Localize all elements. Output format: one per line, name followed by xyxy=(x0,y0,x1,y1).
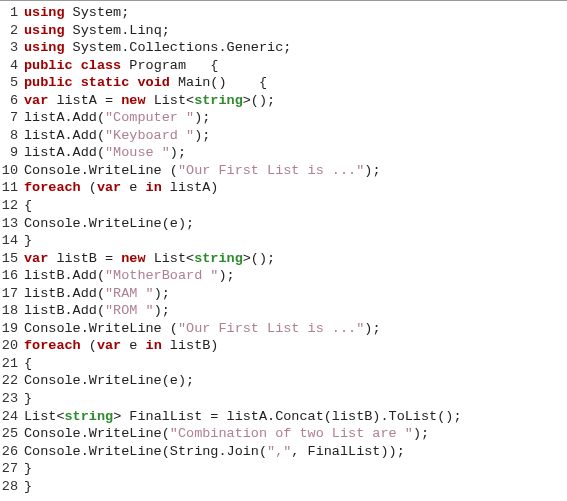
code-line: 22Console.WriteLine(e); xyxy=(0,372,567,390)
line-number: 28 xyxy=(0,478,24,496)
code-content: using System.Collections.Generic; xyxy=(24,39,567,57)
line-number: 6 xyxy=(0,92,24,110)
line-number: 22 xyxy=(0,372,24,390)
code-content: Console.WriteLine("Combination of two Li… xyxy=(24,425,567,443)
code-line: 7listA.Add("Computer "); xyxy=(0,109,567,127)
code-line: 21{ xyxy=(0,355,567,373)
line-number: 23 xyxy=(0,390,24,408)
line-number: 2 xyxy=(0,22,24,40)
code-line: 12{ xyxy=(0,197,567,215)
code-line: 4public class Program { xyxy=(0,57,567,75)
line-number: 14 xyxy=(0,232,24,250)
code-line: 13Console.WriteLine(e); xyxy=(0,215,567,233)
code-editor: 1using System;2using System.Linq;3using … xyxy=(0,4,567,495)
code-content: var listA = new List<string>(); xyxy=(24,92,567,110)
code-content: Console.WriteLine ("Our First List is ..… xyxy=(24,320,567,338)
code-content: listB.Add("MotherBoard "); xyxy=(24,267,567,285)
code-content: foreach (var e in listA) xyxy=(24,179,567,197)
line-number: 4 xyxy=(0,57,24,75)
code-content: listA.Add("Keyboard "); xyxy=(24,127,567,145)
line-number: 18 xyxy=(0,302,24,320)
code-line: 11foreach (var e in listA) xyxy=(0,179,567,197)
code-content: { xyxy=(24,355,567,373)
code-line: 23} xyxy=(0,390,567,408)
line-number: 11 xyxy=(0,179,24,197)
code-content: listA.Add("Computer "); xyxy=(24,109,567,127)
code-line: 2using System.Linq; xyxy=(0,22,567,40)
line-number: 19 xyxy=(0,320,24,338)
code-line: 10Console.WriteLine ("Our First List is … xyxy=(0,162,567,180)
code-content: foreach (var e in listB) xyxy=(24,337,567,355)
code-line: 26Console.WriteLine(String.Join(",", Fin… xyxy=(0,443,567,461)
code-line: 6var listA = new List<string>(); xyxy=(0,92,567,110)
code-content: Console.WriteLine(String.Join(",", Final… xyxy=(24,443,567,461)
line-number: 10 xyxy=(0,162,24,180)
code-line: 20foreach (var e in listB) xyxy=(0,337,567,355)
code-content: List<string> FinalList = listA.Concat(li… xyxy=(24,408,567,426)
code-line: 27} xyxy=(0,460,567,478)
line-number: 16 xyxy=(0,267,24,285)
code-line: 16listB.Add("MotherBoard "); xyxy=(0,267,567,285)
code-content: { xyxy=(24,197,567,215)
line-number: 3 xyxy=(0,39,24,57)
code-content: using System.Linq; xyxy=(24,22,567,40)
code-line: 9listA.Add("Mouse "); xyxy=(0,144,567,162)
code-line: 3using System.Collections.Generic; xyxy=(0,39,567,57)
code-content: public static void Main() { xyxy=(24,74,567,92)
code-line: 5public static void Main() { xyxy=(0,74,567,92)
line-number: 15 xyxy=(0,250,24,268)
line-number: 27 xyxy=(0,460,24,478)
line-number: 8 xyxy=(0,127,24,145)
code-content: var listB = new List<string>(); xyxy=(24,250,567,268)
code-content: using System; xyxy=(24,4,567,22)
line-number: 17 xyxy=(0,285,24,303)
code-content: Console.WriteLine ("Our First List is ..… xyxy=(24,162,567,180)
code-content: } xyxy=(24,478,567,496)
line-number: 12 xyxy=(0,197,24,215)
code-line: 14} xyxy=(0,232,567,250)
code-content: } xyxy=(24,390,567,408)
line-number: 1 xyxy=(0,4,24,22)
line-number: 25 xyxy=(0,425,24,443)
code-line: 1using System; xyxy=(0,4,567,22)
code-line: 24List<string> FinalList = listA.Concat(… xyxy=(0,408,567,426)
line-number: 21 xyxy=(0,355,24,373)
line-number: 9 xyxy=(0,144,24,162)
code-content: listA.Add("Mouse "); xyxy=(24,144,567,162)
code-content: Console.WriteLine(e); xyxy=(24,372,567,390)
code-line: 17listB.Add("RAM "); xyxy=(0,285,567,303)
code-content: listB.Add("ROM "); xyxy=(24,302,567,320)
code-line: 28} xyxy=(0,478,567,496)
line-number: 5 xyxy=(0,74,24,92)
code-content: } xyxy=(24,232,567,250)
line-number: 26 xyxy=(0,443,24,461)
line-number: 7 xyxy=(0,109,24,127)
code-line: 8listA.Add("Keyboard "); xyxy=(0,127,567,145)
code-content: public class Program { xyxy=(24,57,567,75)
code-line: 19Console.WriteLine ("Our First List is … xyxy=(0,320,567,338)
line-number: 20 xyxy=(0,337,24,355)
code-line: 15var listB = new List<string>(); xyxy=(0,250,567,268)
code-line: 25Console.WriteLine("Combination of two … xyxy=(0,425,567,443)
code-content: Console.WriteLine(e); xyxy=(24,215,567,233)
line-number: 13 xyxy=(0,215,24,233)
line-number: 24 xyxy=(0,408,24,426)
code-content: } xyxy=(24,460,567,478)
code-content: listB.Add("RAM "); xyxy=(24,285,567,303)
code-line: 18listB.Add("ROM "); xyxy=(0,302,567,320)
